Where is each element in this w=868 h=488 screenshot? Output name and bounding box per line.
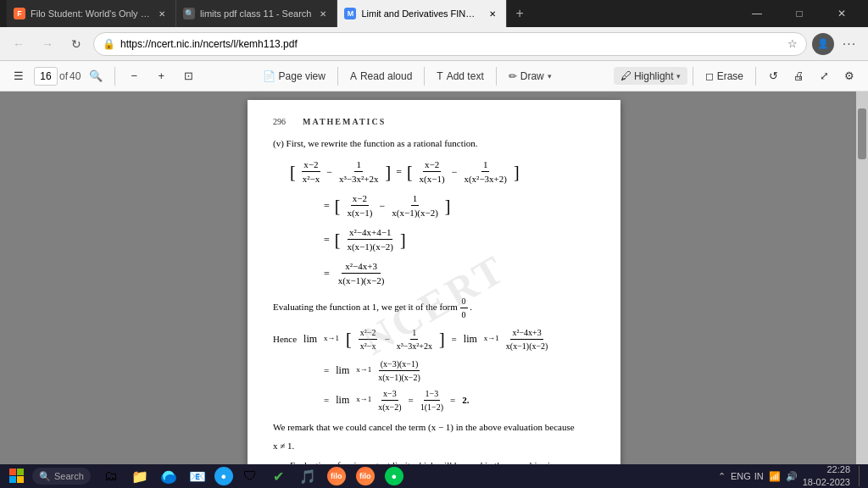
taskbar-search-box[interactable]: 🔍 Search <box>32 468 91 485</box>
taskbar: 🔍 Search 🗂 📁 📧 ● 🛡 ✔ 🎵 filo filo ● ⌃ <box>0 464 868 488</box>
tab-search-favicon: 🔍 <box>183 8 195 19</box>
show-desktop-button[interactable] <box>859 466 863 486</box>
taskbar-app-check[interactable]: ✔ <box>267 466 291 486</box>
highlight-button[interactable]: 🖊 Highlight ▾ <box>614 67 687 85</box>
toolbar-divider-6 <box>755 67 756 86</box>
page-separator: of <box>59 70 68 82</box>
expand-button[interactable]: ⤢ <box>812 64 836 88</box>
taskbar-app-filo1[interactable]: filo <box>325 466 348 486</box>
remark-text: We remark that we could cancel the term … <box>273 420 595 435</box>
pdf-page: NCERT 296 MATHEMATICS (v) First, we rewr… <box>248 100 620 464</box>
filo-icon-1: filo <box>327 467 346 485</box>
sidebar-toggle-button[interactable]: ☰ <box>7 64 31 88</box>
new-tab-button[interactable]: + <box>507 0 531 27</box>
edge-icon <box>160 468 177 485</box>
toolbar-divider-5 <box>693 67 693 86</box>
close-button[interactable]: ✕ <box>822 0 861 27</box>
url-text: https://ncert.nic.in/ncerts/l/kemh113.pd… <box>120 38 782 50</box>
tab-pdf-favicon: M <box>344 8 356 19</box>
taskbar-right: ⌃ ENG IN 📶 🔊 22:28 18-02-2023 <box>718 463 863 488</box>
taskbar-app-filo2[interactable]: filo <box>353 466 377 486</box>
total-pages: 40 <box>70 70 81 82</box>
draw-caret: ▾ <box>548 72 552 80</box>
address-star-icon[interactable]: ☆ <box>787 37 798 50</box>
taskbar-apps: 🗂 📁 📧 ● 🛡 ✔ 🎵 filo filo ● <box>99 466 406 486</box>
svg-rect-1 <box>17 469 24 475</box>
tray-expand[interactable]: ⌃ <box>718 471 726 482</box>
address-actions: 👤 ··· <box>812 32 861 56</box>
search-pdf-button[interactable]: 🔍 <box>84 64 108 88</box>
intro-text: (v) First, we rewrite the function as a … <box>273 136 595 151</box>
erase-button[interactable]: ◻ Erase <box>698 68 750 85</box>
taskbar-clock[interactable]: 22:28 18-02-2023 <box>803 463 850 488</box>
taskbar-app-green[interactable]: ● <box>382 466 406 486</box>
taskbar-app-mail[interactable]: 📧 <box>186 466 209 486</box>
refresh-button[interactable]: ↻ <box>64 32 88 56</box>
lock-icon: 🔒 <box>103 38 115 50</box>
page-view-button[interactable]: 📄 Page view <box>256 68 332 85</box>
taskbar-app-music[interactable]: 🎵 <box>296 466 320 486</box>
toolbar-divider-4 <box>496 67 497 86</box>
page-view-label: Page view <box>279 70 326 82</box>
highlight-icon: 🖊 <box>620 69 632 82</box>
toolbar-right: 🖊 Highlight ▾ ◻ Erase ↺ 🖨 ⤢ ⚙ <box>614 64 861 88</box>
toolbar-divider-3 <box>424 67 425 86</box>
address-bar-input[interactable]: 🔒 https://ncert.nic.in/ncerts/l/kemh113.… <box>93 32 807 56</box>
scrollbar[interactable] <box>856 92 868 464</box>
draw-button[interactable]: ✏ Draw ▾ <box>502 68 559 85</box>
clock-time: 22:28 <box>803 463 850 476</box>
taskbar-search-text: Search <box>54 471 84 481</box>
hence-label: Hence <box>273 332 297 347</box>
settings-button[interactable]: ⚙ <box>837 64 861 88</box>
tray-wifi[interactable]: 📶 <box>769 471 781 482</box>
eng-label: ENG <box>731 471 751 481</box>
erase-icon: ◻ <box>705 70 714 82</box>
maximize-button[interactable]: □ <box>780 0 819 27</box>
evaluating-text: Evaluating the function at 1, we get it … <box>273 295 595 321</box>
back-button[interactable]: ← <box>7 32 31 56</box>
taskbar-app-edge[interactable] <box>157 466 181 486</box>
tab-pdf-close[interactable]: ✕ <box>486 7 499 20</box>
scrollbar-thumb[interactable] <box>858 108 866 159</box>
start-button[interactable] <box>5 467 29 485</box>
svg-rect-0 <box>9 469 16 475</box>
page-number-input[interactable]: 16 <box>34 67 58 86</box>
tab-pdf[interactable]: M Limit and Derivatives FINAL 02.0 ✕ <box>337 0 507 27</box>
rotate-button[interactable]: ↺ <box>761 64 785 88</box>
more-options-button[interactable]: ··· <box>837 32 861 56</box>
page-number-label: 296 <box>273 117 286 130</box>
taskbar-app-explorer[interactable]: 📁 <box>128 466 152 486</box>
minimize-button[interactable]: — <box>737 0 776 27</box>
add-text-button[interactable]: T Add text <box>430 68 490 85</box>
tray-eng[interactable]: ENG IN <box>731 471 764 481</box>
tab-filo[interactable]: F Filo Student: World's Only Live h ✕ <box>7 0 176 27</box>
toolbar-left: ☰ 16 of 40 🔍 − + ⊡ <box>7 64 200 88</box>
taskbar-app-blue[interactable]: ● <box>214 467 233 485</box>
fit-page-button[interactable]: ⊡ <box>176 64 200 88</box>
window-controls: — □ ✕ <box>737 0 861 27</box>
condition-text: x ≠ 1. <box>273 439 595 453</box>
tab-search[interactable]: 🔍 limits pdf class 11 - Search ✕ <box>176 0 337 27</box>
tab-filo-close[interactable]: ✕ <box>155 7 169 20</box>
draw-label: Draw <box>520 70 544 82</box>
address-bar: ← → ↻ 🔒 https://ncert.nic.in/ncerts/l/ke… <box>0 27 868 61</box>
tab-search-close[interactable]: ✕ <box>316 7 330 20</box>
read-aloud-button[interactable]: A Read aloud <box>343 68 419 85</box>
print-button[interactable]: 🖨 <box>787 64 810 88</box>
taskbar-app-files[interactable]: 🗂 <box>99 466 123 486</box>
read-aloud-label: Read aloud <box>360 70 412 82</box>
tabs-area: F Filo Student: World's Only Live h ✕ 🔍 … <box>7 0 731 27</box>
taskbar-app-shield[interactable]: 🛡 <box>238 466 262 486</box>
forward-button[interactable]: → <box>36 32 59 56</box>
read-aloud-icon: A <box>350 70 357 82</box>
zoom-in-button[interactable]: + <box>149 64 173 88</box>
pdf-toolbar: ☰ 16 of 40 🔍 − + ⊡ 📄 Page view A Read al… <box>0 61 868 92</box>
tray-volume[interactable]: 🔊 <box>786 471 798 482</box>
subject-label: MATHEMATICS <box>303 117 386 126</box>
zoom-out-button[interactable]: − <box>122 64 146 88</box>
title-bar: F Filo Student: World's Only Live h ✕ 🔍 … <box>0 0 868 27</box>
pdf-text-content: (v) First, we rewrite the function as a … <box>273 136 595 464</box>
profile-icon[interactable]: 👤 <box>812 33 834 55</box>
toolbar-divider-1 <box>114 67 115 86</box>
evaluation-text: Evaluation of an important limit which w… <box>273 458 595 465</box>
